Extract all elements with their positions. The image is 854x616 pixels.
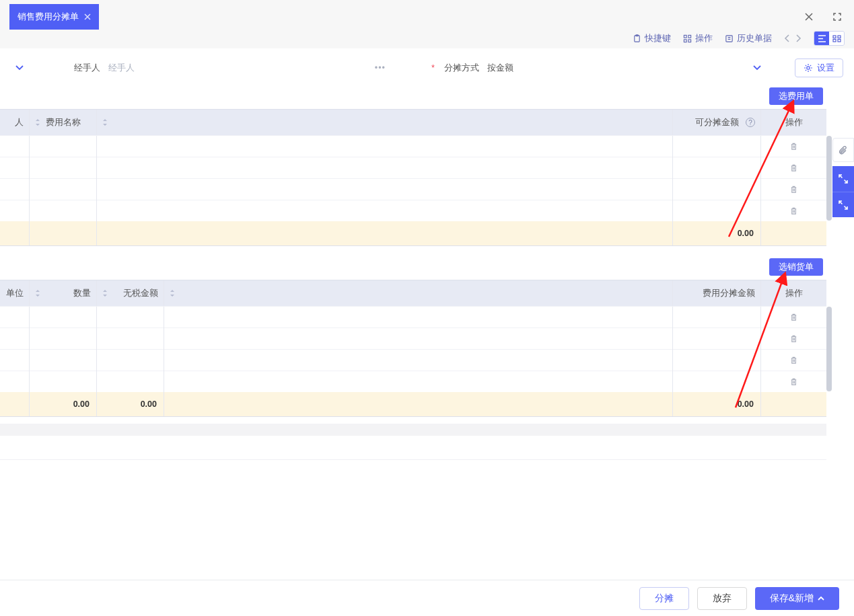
col-blank0-label: 人 bbox=[15, 117, 24, 128]
expense-total-value: 0.00 bbox=[673, 221, 760, 245]
col-actions: 操作 bbox=[760, 110, 826, 135]
close-button[interactable] bbox=[800, 11, 818, 22]
col-qty[interactable]: 数量 bbox=[30, 280, 97, 306]
trash-icon[interactable] bbox=[789, 377, 798, 386]
sales-total-qty: 0.00 bbox=[30, 392, 97, 416]
operations-label: 操作 bbox=[695, 33, 713, 44]
scrollbar[interactable] bbox=[826, 307, 832, 391]
col-notax[interactable]: 无税金额 bbox=[97, 280, 164, 306]
card-view-icon bbox=[832, 35, 841, 42]
form-row: 经手人 ••• * 分摊方式 设置 bbox=[0, 48, 854, 87]
col-unit-label: 单位 bbox=[6, 288, 24, 299]
col-feename[interactable]: 费用名称 bbox=[30, 110, 97, 135]
col-feedist[interactable]: 费用分摊金额 bbox=[673, 280, 760, 306]
table-row bbox=[0, 371, 826, 392]
tab-title: 销售费用分摊单 bbox=[17, 11, 79, 23]
content-area: 经手人 ••• * 分摊方式 设置 bbox=[0, 48, 854, 616]
expand-panel-1[interactable] bbox=[832, 166, 854, 192]
method-field: * 分摊方式 bbox=[431, 59, 762, 77]
tab-active[interactable]: 销售费用分摊单 bbox=[9, 4, 99, 30]
required-star: * bbox=[431, 63, 435, 73]
col-blank0: 人 bbox=[0, 110, 30, 135]
sort-icon bbox=[170, 288, 176, 298]
table-row bbox=[0, 349, 826, 371]
save-new-label: 保存&新增 bbox=[770, 592, 814, 605]
chevron-down-icon bbox=[15, 65, 24, 71]
help-icon[interactable]: ? bbox=[746, 118, 755, 127]
footer-bar: 分摊 放弃 保存&新增 bbox=[0, 580, 854, 616]
scrollbar[interactable] bbox=[826, 136, 832, 221]
attachment-button[interactable] bbox=[832, 138, 854, 162]
fullscreen-icon bbox=[832, 12, 842, 22]
col-unit[interactable]: 单位 bbox=[0, 280, 30, 306]
trash-icon[interactable] bbox=[789, 206, 798, 215]
view-toggle bbox=[814, 31, 845, 46]
col-feedist-label: 费用分摊金额 bbox=[703, 288, 755, 299]
table-row bbox=[0, 135, 826, 157]
save-new-button[interactable]: 保存&新增 bbox=[755, 587, 839, 610]
col-notax-label: 无税金额 bbox=[123, 288, 158, 299]
expense-table: 人 费用名称 可分摊金额 ? 操作 bbox=[0, 109, 826, 246]
gap-strip bbox=[0, 424, 826, 436]
pick-expense-button[interactable]: 选费用单 bbox=[769, 87, 823, 105]
svg-rect-10 bbox=[838, 39, 841, 42]
fullscreen-button[interactable] bbox=[828, 11, 846, 22]
trash-icon[interactable] bbox=[789, 163, 798, 172]
method-label: 分摊方式 bbox=[444, 63, 479, 74]
col-actions2: 操作 bbox=[760, 280, 826, 306]
chevron-down-icon bbox=[752, 65, 762, 71]
operations-action[interactable]: 操作 bbox=[683, 33, 713, 44]
col-qty-label: 数量 bbox=[73, 288, 91, 299]
pager bbox=[784, 34, 802, 42]
trash-icon[interactable] bbox=[789, 185, 798, 194]
settings-button[interactable]: 设置 bbox=[795, 59, 843, 77]
trash-icon[interactable] bbox=[789, 356, 798, 364]
history-action[interactable]: 历史单据 bbox=[725, 33, 772, 44]
handler-input[interactable] bbox=[107, 59, 390, 77]
sales-table-total: 0.00 0.00 0.00 bbox=[0, 392, 826, 416]
tab-close-icon[interactable] bbox=[84, 13, 91, 20]
discard-button[interactable]: 放弃 bbox=[697, 587, 747, 610]
col-actions2-label: 操作 bbox=[785, 288, 803, 299]
section-chevron[interactable] bbox=[11, 57, 28, 79]
collapsed-section bbox=[0, 440, 826, 460]
expense-pick-row: 选费用单 bbox=[0, 87, 854, 109]
card-view-toggle[interactable] bbox=[829, 32, 844, 45]
next-icon[interactable] bbox=[795, 34, 802, 42]
sort-icon bbox=[102, 118, 109, 127]
svg-rect-4 bbox=[684, 39, 686, 42]
prev-icon[interactable] bbox=[784, 34, 791, 42]
table-row bbox=[0, 306, 826, 328]
method-select-wrap[interactable] bbox=[486, 59, 762, 77]
sort-icon bbox=[35, 288, 42, 298]
handler-field: 经手人 ••• bbox=[74, 59, 390, 77]
col-distamount-label: 可分摊金额 bbox=[695, 117, 739, 128]
sales-table: 单位 数量 无税金额 bbox=[0, 280, 826, 417]
gear-icon bbox=[804, 63, 813, 73]
expense-table-total: 0.00 bbox=[0, 221, 826, 245]
trash-icon[interactable] bbox=[789, 334, 798, 343]
expand-panel-2[interactable] bbox=[832, 192, 854, 217]
col-distamount[interactable]: 可分摊金额 ? bbox=[673, 110, 760, 135]
expense-table-shell: 人 费用名称 可分摊金额 ? 操作 bbox=[0, 109, 826, 246]
svg-rect-9 bbox=[833, 39, 836, 42]
trash-icon[interactable] bbox=[789, 313, 798, 321]
shortcuts-action[interactable]: 快捷键 bbox=[633, 33, 671, 44]
handler-label: 经手人 bbox=[74, 63, 100, 74]
table-row bbox=[0, 328, 826, 349]
trash-icon[interactable] bbox=[789, 142, 798, 151]
more-icon[interactable]: ••• bbox=[375, 63, 386, 73]
sales-total-feedist: 0.00 bbox=[673, 392, 760, 416]
svg-rect-3 bbox=[688, 35, 691, 38]
history-icon bbox=[725, 34, 734, 43]
svg-point-11 bbox=[807, 67, 810, 69]
page-toolbar: 快捷键 操作 历史单据 bbox=[0, 30, 854, 48]
pick-sales-button[interactable]: 选销货单 bbox=[769, 258, 823, 276]
col-flex[interactable] bbox=[97, 110, 673, 135]
col-flex2[interactable] bbox=[164, 280, 673, 306]
settings-label: 设置 bbox=[817, 62, 834, 74]
expand-icon bbox=[838, 200, 849, 210]
method-select[interactable] bbox=[486, 59, 755, 77]
list-view-toggle[interactable] bbox=[814, 32, 829, 45]
split-button[interactable]: 分摊 bbox=[639, 587, 689, 610]
